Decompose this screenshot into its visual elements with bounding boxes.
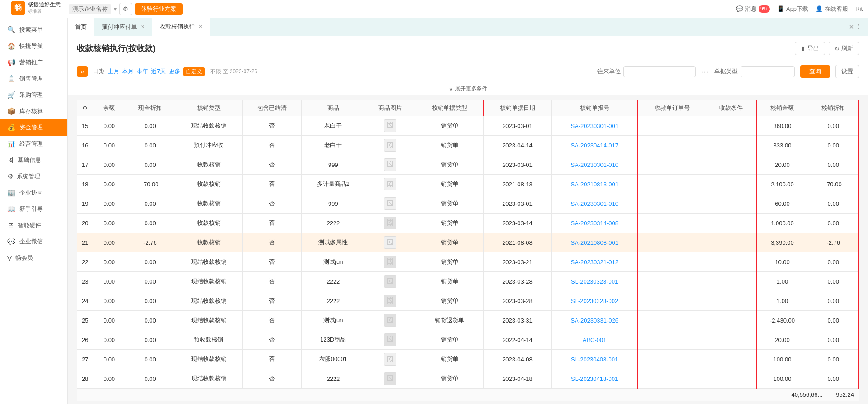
- td-writeoff-type: 收款核销: [175, 233, 242, 252]
- this-year-link[interactable]: 本年: [137, 67, 148, 76]
- tab-expand-icon[interactable]: ⛶: [858, 24, 863, 30]
- writeoff-bill-no-link[interactable]: SA-20230314-008: [571, 220, 618, 227]
- tab-prepay[interactable]: 预付冲应付单 ✕: [94, 18, 152, 36]
- tab-receipt[interactable]: 收款核销执行 ✕: [152, 18, 210, 36]
- td-include-settled: 否: [243, 136, 302, 155]
- sidebar-item-inventory[interactable]: 📦 库存核算: [0, 103, 67, 119]
- td-writeoff-bill-date: 2023-03-01: [483, 194, 551, 214]
- from-unit-label: 往来单位: [597, 67, 621, 76]
- sidebar-item-marketing[interactable]: 📢 营销推广: [0, 54, 67, 71]
- sidebar-item-sales[interactable]: 📋 销售管理: [0, 71, 67, 87]
- sidebar-item-operations[interactable]: 📊 经营管理: [0, 136, 67, 152]
- online-service-button[interactable]: 👤 在线客服: [816, 5, 848, 13]
- td-goods-image: 🖼: [365, 194, 415, 214]
- td-include-settled: 否: [243, 330, 302, 350]
- td-writeoff-type: 现结收款核销: [175, 252, 242, 272]
- td-writeoff-bill-no: SA-20230301-010: [552, 155, 638, 175]
- app-download-button[interactable]: 📱 App下载: [777, 5, 808, 13]
- tab-close-window-icon[interactable]: ✕: [849, 24, 854, 30]
- writeoff-bill-no-link[interactable]: SA-20230301-010: [571, 200, 618, 207]
- sidebar-item-hardware[interactable]: 🖥 智能硬件: [0, 217, 67, 233]
- query-button[interactable]: 查询: [800, 65, 830, 78]
- td-writeoff-bill-type: 销货单: [415, 175, 483, 194]
- writeoff-bill-no-link[interactable]: SL-20230328-002: [571, 298, 618, 304]
- sidebar-item-funds[interactable]: 💰 资金管理: [0, 119, 67, 136]
- th-settings[interactable]: ⚙: [77, 100, 93, 116]
- sidebar-label-hardware: 智能硬件: [18, 221, 41, 229]
- expand-more-button[interactable]: ∨ 展开更多条件: [449, 85, 487, 93]
- writeoff-bill-no-link[interactable]: SL-20230408-001: [571, 356, 618, 363]
- last7-link[interactable]: 近7天: [151, 67, 166, 76]
- td-receipt-condition: [706, 350, 756, 369]
- td-cash-discount: -70.00: [125, 175, 175, 194]
- td-goods: 2222: [302, 291, 365, 311]
- writeoff-bill-no-link[interactable]: SA-20210813-001: [571, 181, 618, 188]
- sidebar-item-wechat[interactable]: 💬 企业微信: [0, 233, 67, 250]
- message-button[interactable]: 💬 消息 99+: [736, 5, 770, 13]
- td-balance: 0.00: [93, 369, 125, 389]
- custom-date-tag[interactable]: 自定义: [183, 67, 205, 76]
- setting-button[interactable]: 设置: [835, 65, 859, 78]
- sidebar-item-guide[interactable]: 📖 新手引导: [0, 201, 67, 217]
- sidebar-item-search[interactable]: 🔍 搜索菜单: [0, 22, 67, 38]
- td-no: 27: [77, 350, 93, 369]
- expand-icon: »: [80, 68, 84, 75]
- tab-receipt-close-icon[interactable]: ✕: [198, 24, 203, 29]
- sidebar-label-guide: 新手引导: [19, 205, 43, 213]
- writeoff-bill-no-link[interactable]: SA-20230301-001: [571, 123, 618, 129]
- export-button[interactable]: ⬆ 导出: [795, 42, 825, 55]
- user-name[interactable]: Rit: [855, 5, 863, 12]
- sidebar-item-enterprise[interactable]: 🏢 企业协同: [0, 185, 67, 201]
- expand-filter-button[interactable]: »: [77, 66, 88, 77]
- sales-icon: 📋: [7, 75, 16, 83]
- settings-button[interactable]: ⚙: [119, 3, 132, 15]
- writeoff-bill-no-link[interactable]: SA-20230331-026: [571, 317, 618, 324]
- enterprise-icon: 🏢: [7, 189, 16, 197]
- th-writeoff-discount: 核销折扣: [808, 100, 859, 116]
- last-month-link[interactable]: 上月: [108, 67, 119, 76]
- td-goods: 老白干: [302, 116, 365, 136]
- td-writeoff-discount: 0.00: [808, 116, 859, 136]
- td-include-settled: 否: [243, 311, 302, 330]
- td-balance: 0.00: [93, 194, 125, 214]
- company-name[interactable]: 演示企业名称: [69, 4, 111, 14]
- table-wrapper[interactable]: ⚙ 余额 现金折扣 核销类型 包含已结清 商品 商品图片 核销单据类型 核销单据…: [68, 95, 868, 404]
- single-type-select[interactable]: [741, 66, 795, 77]
- sidebar-item-quick-nav[interactable]: 🏠 快捷导航: [0, 38, 67, 54]
- writeoff-bill-no-link[interactable]: ABC-001: [583, 337, 607, 343]
- td-include-settled: 否: [243, 369, 302, 389]
- td-receipt-condition: [706, 194, 756, 214]
- sidebar-item-basic[interactable]: 🗄 基础信息: [0, 152, 67, 168]
- writeoff-bill-no-link[interactable]: SA-20230301-010: [571, 162, 618, 168]
- writeoff-bill-no-link[interactable]: SL-20230328-001: [571, 278, 618, 285]
- td-no: 21: [77, 233, 93, 252]
- industry-solution-button[interactable]: 休验行业方案: [135, 3, 183, 15]
- td-writeoff-bill-date: 2023-03-01: [483, 155, 551, 175]
- more-link[interactable]: 更多: [169, 67, 180, 76]
- company-dropdown-icon[interactable]: ▾: [114, 6, 117, 12]
- td-writeoff-bill-no: SA-20230414-017: [552, 136, 638, 155]
- from-unit-input[interactable]: [623, 66, 696, 77]
- sidebar-item-system[interactable]: ⚙ 系统管理: [0, 168, 67, 185]
- this-month-link[interactable]: 本月: [122, 67, 134, 76]
- writeoff-bill-no-link[interactable]: SL-20230418-001: [571, 375, 618, 382]
- td-no: 15: [77, 116, 93, 136]
- th-goods: 商品: [302, 100, 365, 116]
- goods-image: 🖼: [384, 275, 396, 288]
- logo-icon: 畅: [11, 1, 25, 15]
- td-writeoff-amount: 333.00: [756, 136, 808, 155]
- sidebar-label-quick-nav: 快捷导航: [19, 42, 43, 50]
- tab-prepay-close-icon[interactable]: ✕: [141, 24, 145, 30]
- expand-more-bar: ∨ 展开更多条件: [68, 83, 868, 95]
- sidebar-item-member[interactable]: V 畅会员: [0, 250, 67, 266]
- writeoff-bill-no-link[interactable]: SA-20230414-017: [571, 142, 618, 149]
- writeoff-bill-no-link[interactable]: SA-20230321-012: [571, 259, 618, 266]
- sidebar-item-purchase[interactable]: 🛒 采购管理: [0, 87, 67, 103]
- td-no: 18: [77, 175, 93, 194]
- th-cash-discount: 现金折扣: [125, 100, 175, 116]
- tab-home[interactable]: 首页: [68, 18, 94, 36]
- more-filter-dots[interactable]: ···: [701, 68, 709, 75]
- td-receipt-order-no: [638, 214, 706, 233]
- writeoff-bill-no-link[interactable]: SA-20210808-001: [571, 239, 618, 246]
- refresh-button[interactable]: ↻ 刷新: [829, 42, 859, 55]
